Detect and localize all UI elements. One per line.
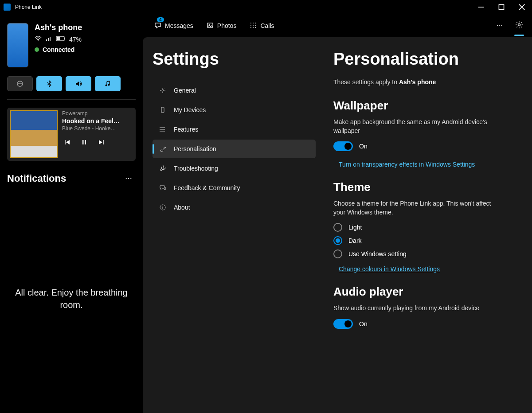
svg-rect-16 — [85, 140, 86, 144]
phone-icon — [159, 106, 167, 114]
theme-radio-dark[interactable]: Dark — [333, 236, 514, 245]
messages-icon — [154, 22, 161, 30]
nav-calls-label: Calls — [260, 22, 274, 29]
svg-rect-15 — [82, 140, 84, 144]
calls-icon — [250, 22, 257, 30]
radio-icon — [333, 223, 342, 232]
brush-icon — [159, 145, 167, 153]
apply-device: Ash's phone — [399, 78, 436, 86]
audio-desc: Show audio currently playing from my And… — [333, 304, 502, 313]
settings-item-label: General — [174, 87, 196, 94]
svg-rect-5 — [46, 39, 47, 41]
notifications-more-button[interactable]: ⋯ — [121, 172, 136, 184]
settings-item-general[interactable]: General — [153, 81, 316, 100]
apply-prefix: These settings apply to — [333, 78, 399, 86]
notifications-title: Notifications — [7, 173, 66, 184]
wrench-icon — [159, 164, 167, 172]
theme-radio-windows[interactable]: Use Windows setting — [333, 249, 514, 258]
battery-percent: 47% — [69, 36, 82, 43]
settings-item-features[interactable]: Features — [153, 120, 316, 139]
phone-thumbnail[interactable] — [7, 23, 28, 67]
theme-radio-light[interactable]: Light — [333, 223, 514, 232]
settings-item-devices[interactable]: My Devices — [153, 101, 316, 119]
nav-photos-label: Photos — [217, 22, 237, 29]
svg-point-13 — [106, 85, 107, 86]
media-app-name: Poweramp — [62, 110, 133, 117]
svg-rect-17 — [207, 23, 213, 27]
svg-point-23 — [253, 25, 254, 26]
maximize-button[interactable] — [491, 0, 512, 14]
settings-item-personalisation[interactable]: Personalisation — [153, 140, 316, 158]
settings-item-label: Troubleshooting — [174, 165, 218, 172]
settings-item-label: Personalisation — [174, 145, 216, 152]
quick-actions — [7, 76, 136, 91]
audio-heading: Audio player — [333, 285, 514, 299]
svg-point-33 — [160, 131, 160, 132]
settings-button[interactable] — [512, 18, 526, 33]
dnd-button[interactable] — [7, 76, 33, 91]
notifications-header: Notifications ⋯ — [7, 172, 136, 184]
photos-icon — [207, 22, 214, 30]
next-track-button[interactable] — [96, 137, 106, 148]
theme-desc: Choose a theme for the Phone Link app. T… — [333, 199, 502, 217]
window-controls — [471, 0, 532, 14]
pause-button[interactable] — [79, 137, 90, 148]
list-icon — [159, 125, 167, 133]
settings-item-label: About — [174, 204, 190, 211]
svg-point-32 — [160, 129, 160, 130]
svg-rect-7 — [50, 37, 51, 41]
app-icon — [4, 4, 11, 11]
colours-link[interactable]: Change colours in Windows Settings — [339, 265, 440, 273]
sidebar: Ash's phone 47% Connected — [0, 14, 143, 413]
theme-heading: Theme — [333, 180, 514, 194]
radio-label: Light — [348, 224, 362, 231]
close-button[interactable] — [512, 0, 532, 14]
minimize-button[interactable] — [471, 0, 491, 14]
personalisation-panel: Personalisation These settings apply to … — [320, 37, 532, 413]
gear-icon — [159, 86, 167, 94]
panel-subtext: These settings apply to Ash's phone — [333, 78, 514, 86]
wallpaper-heading: Wallpaper — [333, 99, 514, 113]
settings-item-label: My Devices — [174, 106, 206, 113]
wallpaper-desc: Make app background the same as my Andro… — [333, 118, 502, 135]
media-card[interactable]: Poweramp Hooked on a Feel… Blue Swede - … — [7, 108, 136, 161]
transparency-link[interactable]: Turn on transparency effects in Windows … — [339, 161, 475, 168]
device-summary: Ash's phone 47% Connected — [7, 23, 136, 67]
divider — [7, 99, 136, 100]
signal-icon — [45, 35, 52, 43]
titlebar: Phone Link — [0, 0, 532, 14]
svg-point-22 — [250, 25, 251, 26]
radio-label: Use Windows setting — [348, 250, 407, 257]
volume-button[interactable] — [66, 76, 91, 91]
info-icon — [159, 203, 167, 211]
prev-track-button[interactable] — [62, 137, 73, 148]
audio-toggle[interactable] — [333, 319, 353, 329]
nav-messages[interactable]: 4 Messages — [149, 18, 199, 34]
settings-item-about[interactable]: About — [153, 198, 316, 217]
svg-point-31 — [160, 127, 160, 128]
settings-item-feedback[interactable]: Feedback & Community — [153, 179, 316, 197]
settings-item-troubleshooting[interactable]: Troubleshooting — [153, 159, 316, 178]
svg-rect-9 — [57, 37, 60, 40]
svg-point-27 — [255, 27, 256, 28]
nav-calls[interactable]: Calls — [244, 18, 279, 34]
device-status-row: 47% — [35, 35, 82, 43]
overflow-button[interactable]: ⋯ — [491, 19, 508, 33]
svg-rect-30 — [161, 107, 164, 113]
svg-point-20 — [253, 23, 254, 23]
svg-point-29 — [162, 90, 164, 91]
radio-icon — [333, 249, 342, 258]
music-button[interactable] — [95, 76, 121, 91]
device-name: Ash's phone — [35, 23, 82, 32]
main-area: 4 Messages Photos Calls ⋯ Settings — [143, 14, 532, 413]
svg-point-14 — [108, 84, 110, 86]
messages-badge: 4 — [157, 17, 164, 22]
battery-icon — [56, 35, 66, 43]
bluetooth-button[interactable] — [36, 76, 62, 91]
album-art — [10, 110, 58, 158]
svg-point-35 — [162, 206, 163, 206]
wallpaper-toggle[interactable] — [333, 141, 353, 151]
top-nav: 4 Messages Photos Calls ⋯ — [143, 14, 532, 37]
nav-photos[interactable]: Photos — [201, 18, 242, 34]
settings-nav: Settings General My Devices Features Per… — [143, 37, 320, 413]
